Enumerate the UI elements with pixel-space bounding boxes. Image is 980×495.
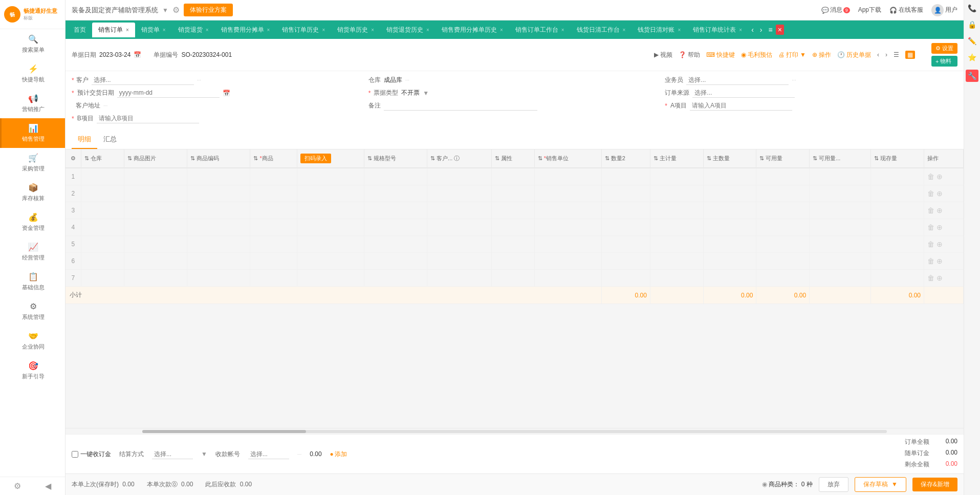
table-cell[interactable] <box>187 168 250 185</box>
tab-order-workbench[interactable]: 销售订单工作台 × <box>509 23 571 37</box>
sidebar-item-base-info[interactable]: 📋 基础信息 <box>0 267 65 296</box>
table-cell[interactable] <box>364 185 427 202</box>
right-edit-icon[interactable]: ✏️ <box>968 37 976 45</box>
table-cell[interactable] <box>650 253 703 270</box>
table-cell[interactable] <box>601 236 650 253</box>
table-cell[interactable] <box>703 253 756 270</box>
col-scan[interactable]: 扫码录入 <box>297 149 364 168</box>
scroll-track[interactable] <box>142 430 887 433</box>
tab-close-icon[interactable]: × <box>126 27 129 33</box>
copy-row-icon[interactable]: ⊕ <box>937 206 943 214</box>
table-cell[interactable] <box>601 270 650 287</box>
table-cell[interactable] <box>427 270 492 287</box>
one-click-label[interactable]: 一键收订金 <box>72 450 111 459</box>
col-warehouse[interactable]: ⇅ 仓库 <box>81 149 124 168</box>
tab-return[interactable]: 销货退货 × <box>172 23 215 37</box>
tab-more-icon[interactable]: ≡ <box>765 24 775 36</box>
tab-next-icon[interactable]: › <box>757 24 766 36</box>
salesperson-input[interactable] <box>686 75 789 85</box>
table-cell[interactable] <box>491 236 534 253</box>
table-cell[interactable] <box>427 168 492 185</box>
dropdown-arrow-icon[interactable]: ▼ <box>162 7 168 14</box>
table-cell[interactable] <box>650 168 703 185</box>
customer-expand-icon[interactable]: ··· <box>197 77 201 83</box>
shortcuts-link[interactable]: ⌨ 快捷键 <box>706 51 735 59</box>
col-available2[interactable]: ⇅ 可用量... <box>810 149 871 168</box>
preview-link[interactable]: ▶ 视频 <box>654 51 672 59</box>
tab-close-icon[interactable]: × <box>206 27 209 33</box>
table-cell[interactable] <box>187 236 250 253</box>
tab-close-icon[interactable]: × <box>426 27 429 33</box>
table-cell[interactable] <box>534 202 601 219</box>
table-cell[interactable] <box>427 253 492 270</box>
delete-row-icon[interactable]: 🗑 <box>927 173 934 181</box>
solution-button[interactable]: 体验行业方案 <box>184 4 233 16</box>
sidebar-item-finance[interactable]: 💰 资金管理 <box>0 207 65 237</box>
settings-button[interactable]: ⚙ 设置 <box>931 43 957 54</box>
list-view-icon[interactable]: ☰ <box>894 51 899 58</box>
tab-sales-order[interactable]: 销售订单 × <box>92 23 135 37</box>
table-cell[interactable] <box>534 253 601 270</box>
table-cell[interactable] <box>297 219 364 236</box>
profit-forecast-link[interactable]: ◉ 毛利预估 <box>741 51 772 59</box>
tab-close-icon[interactable]: × <box>163 27 166 33</box>
table-cell[interactable] <box>810 236 871 253</box>
order-source-input[interactable] <box>692 88 795 98</box>
col-spec[interactable]: ⇅ 规格型号 <box>364 149 427 168</box>
right-tool-icon[interactable]: 🔧 <box>966 70 978 82</box>
copy-row-icon[interactable]: ⊕ <box>937 257 943 265</box>
table-cell[interactable] <box>124 168 187 185</box>
col-qty2[interactable]: ⇅ 数量2 <box>601 149 650 168</box>
table-cell[interactable] <box>297 236 364 253</box>
delete-row-icon[interactable]: 🗑 <box>927 206 934 214</box>
table-cell[interactable] <box>297 168 364 185</box>
table-cell[interactable] <box>703 219 756 236</box>
table-cell[interactable] <box>364 219 427 236</box>
table-cell[interactable] <box>650 236 703 253</box>
table-cell[interactable] <box>427 185 492 202</box>
table-view-icon[interactable]: ▦ <box>905 51 915 59</box>
copy-row-icon[interactable]: ⊕ <box>937 189 943 198</box>
scan-button[interactable]: 扫码录入 <box>300 154 331 163</box>
copy-row-icon[interactable]: ⊕ <box>937 240 943 248</box>
table-cell[interactable] <box>364 202 427 219</box>
table-cell[interactable] <box>250 253 297 270</box>
table-cell[interactable] <box>871 219 924 236</box>
operations-link[interactable]: ⊕ 操作 <box>812 51 831 59</box>
sidebar-item-sales[interactable]: 📊 销售管理 <box>0 118 65 148</box>
tab-close-icon[interactable]: × <box>678 27 681 33</box>
table-cell[interactable] <box>364 270 427 287</box>
table-cell[interactable] <box>650 270 703 287</box>
table-cell[interactable] <box>810 270 871 287</box>
table-cell[interactable] <box>81 253 124 270</box>
table-cell[interactable] <box>703 185 756 202</box>
table-cell[interactable] <box>187 270 250 287</box>
delivery-input[interactable] <box>117 88 220 98</box>
settlement-dropdown-icon[interactable]: ▼ <box>201 450 207 458</box>
table-cell[interactable] <box>297 253 364 270</box>
table-cell[interactable] <box>491 168 534 185</box>
tab-close-icon[interactable]: × <box>322 27 325 33</box>
receipt-expand-icon[interactable]: ··· <box>297 451 301 457</box>
table-cell[interactable] <box>124 236 187 253</box>
table-cell[interactable] <box>534 219 601 236</box>
warehouse-expand-icon[interactable]: ··· <box>405 77 409 83</box>
col-image[interactable]: ⇅ 商品图片 <box>124 149 187 168</box>
salesperson-expand-icon[interactable]: ··· <box>792 77 796 83</box>
save-new-button[interactable]: 保存&新增 <box>912 478 957 491</box>
history-link[interactable]: 🕐 历史单据 <box>837 51 871 59</box>
table-cell[interactable] <box>810 219 871 236</box>
sidebar-item-search[interactable]: 🔍 搜索菜单 <box>0 29 65 59</box>
table-cell[interactable] <box>650 219 703 236</box>
table-cell[interactable] <box>491 185 534 202</box>
tab-home[interactable]: 首页 <box>68 23 92 37</box>
tab-order-history[interactable]: 销售订单历史 × <box>276 23 331 37</box>
tab-close-icon[interactable]: × <box>623 27 626 33</box>
col-stock[interactable]: ⇅ 现存量 <box>871 149 924 168</box>
tab-expense-history[interactable]: 销售费用分摊单历史 × <box>435 23 509 37</box>
tab-expense-split[interactable]: 销售费用分摊单 × <box>215 23 276 37</box>
sidebar-item-quicknav[interactable]: ⚡ 快捷导航 <box>0 59 65 89</box>
table-cell[interactable] <box>427 202 492 219</box>
sidebar-collapse-icon[interactable]: ◀ <box>45 481 51 491</box>
nav-next-icon[interactable]: › <box>885 51 887 58</box>
